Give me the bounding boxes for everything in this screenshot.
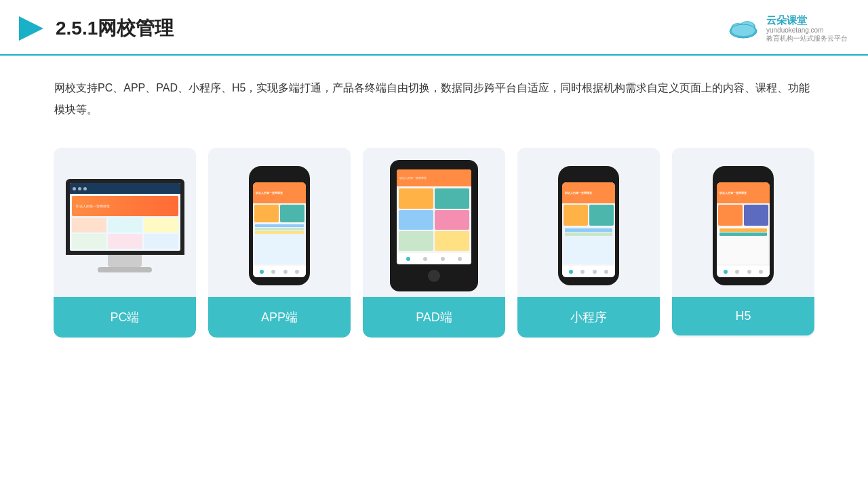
header: 2.5.1网校管理 云朵课堂 yunduoketang.com 教育机构一站式服… bbox=[0, 0, 868, 56]
svg-point-6 bbox=[741, 22, 754, 31]
card-app-image: 职达人的第一堂网课堂 bbox=[208, 148, 351, 297]
card-pad-image: 职达人的第一堂网课堂 bbox=[363, 148, 505, 297]
description-text: 网校支持PC、APP、PAD、小程序、H5，实现多端打通，产品各终端自由切换，数… bbox=[0, 56, 868, 134]
logo-area: 云朵课堂 yunduoketang.com 教育机构一站式服务云平台 bbox=[726, 14, 848, 44]
card-miniprogram: 职达人的第一堂网课堂 bbox=[517, 148, 660, 338]
card-pc-label: PC端 bbox=[54, 297, 196, 338]
pad-tablet-mockup: 职达人的第一堂网课堂 bbox=[390, 160, 478, 291]
card-h5: 职达人的第一堂网课堂 bbox=[672, 148, 814, 338]
card-pad-label: PAD端 bbox=[363, 297, 505, 338]
card-app-label: APP端 bbox=[208, 297, 351, 338]
card-miniprogram-image: 职达人的第一堂网课堂 bbox=[517, 148, 660, 297]
card-pc-image: 职达人的第一堂网课堂 bbox=[54, 148, 196, 297]
page-title: 2.5.1网校管理 bbox=[56, 16, 174, 41]
h5-phone-mockup: 职达人的第一堂网课堂 bbox=[713, 166, 774, 285]
header-left: 2.5.1网校管理 bbox=[14, 12, 174, 45]
card-miniprogram-label: 小程序 bbox=[517, 297, 660, 338]
card-h5-image: 职达人的第一堂网课堂 bbox=[672, 148, 814, 297]
logo-name: 云朵课堂 bbox=[766, 14, 848, 27]
svg-marker-0 bbox=[19, 16, 43, 41]
logo-text-area: 云朵课堂 yunduoketang.com 教育机构一站式服务云平台 bbox=[766, 14, 848, 44]
card-pad: 职达人的第一堂网课堂 bbox=[363, 148, 505, 338]
card-app: 职达人的第一堂网课堂 bbox=[208, 148, 351, 338]
cloud-logo-icon bbox=[726, 16, 761, 41]
logo-url: yunduoketang.com bbox=[766, 26, 848, 34]
cards-container: 职达人的第一堂网课堂 bbox=[0, 134, 868, 358]
card-pc: 职达人的第一堂网课堂 bbox=[54, 148, 196, 338]
miniprogram-phone-mockup: 职达人的第一堂网课堂 bbox=[558, 166, 619, 285]
logo-slogan: 教育机构一站式服务云平台 bbox=[766, 34, 848, 43]
pc-mockup: 职达人的第一堂网课堂 bbox=[66, 179, 184, 272]
card-h5-label: H5 bbox=[672, 297, 814, 336]
app-phone-mockup: 职达人的第一堂网课堂 bbox=[249, 166, 310, 285]
play-icon bbox=[14, 12, 46, 45]
